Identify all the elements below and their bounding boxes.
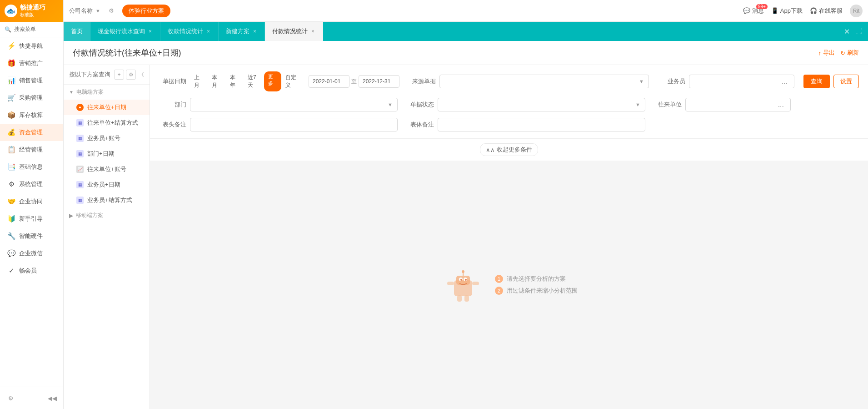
salesman-select[interactable]: ... (689, 75, 794, 88)
scheme-item-3[interactable]: ▦ 部门+日期 (64, 146, 150, 162)
export-btn[interactable]: ↑ 导出 (818, 49, 835, 57)
voucher-status-select[interactable]: ▼ (438, 98, 645, 111)
tab-payments[interactable]: 付款情况统计 × (265, 22, 323, 41)
empty-state-line-2: 2 用过滤条件来缩小分析范围 (495, 287, 578, 295)
tabbar-actions: ✕ ⛶ (838, 22, 868, 41)
department-select[interactable]: ▼ (190, 98, 398, 111)
topbar-settings-btn[interactable]: ⚙ (105, 5, 118, 17)
filter-settings-btn[interactable]: 设置 (833, 75, 859, 88)
mobile-section-title[interactable]: ▶ 移动端方案 (64, 208, 150, 223)
tab-receipts[interactable]: 收款情况统计 × (160, 22, 219, 41)
date-to-input[interactable] (359, 75, 399, 88)
tab-close-bank-flow[interactable]: × (148, 27, 153, 35)
scheme-item-icon-6: ▦ (76, 197, 84, 204)
empty-state-icon (440, 262, 486, 308)
tab-bank-flow[interactable]: 现金银行流水查询 × (90, 22, 160, 41)
date-tab-this-month[interactable]: 本月 (208, 71, 225, 91)
sidebar-item-enterprise[interactable]: 🤝 企业协同 (0, 193, 63, 210)
app-download-btn[interactable]: 📱 App下载 (771, 7, 803, 15)
sidebar-item-purchase[interactable]: 🛒 采购管理 (0, 89, 63, 106)
head-note-label: 表头备注 (159, 121, 186, 129)
date-tab-custom[interactable]: 自定义 (281, 71, 304, 91)
scheme-collapse-btn[interactable]: 《 (139, 71, 144, 79)
search-menu[interactable]: 🔍 搜索菜单 (0, 22, 63, 37)
salesman-ellipsis-btn[interactable]: ... (780, 77, 789, 86)
sidebar-item-inventory[interactable]: 📦 库存核算 (0, 106, 63, 124)
date-from-input[interactable] (309, 75, 349, 88)
collapse-conditions-btn[interactable]: ∧∧ 收起更多条件 (480, 143, 538, 156)
logo-icon: 🐟 (5, 5, 17, 17)
sidebar-item-marketing[interactable]: 🎁 营销推广 (0, 55, 63, 72)
online-service-btn[interactable]: 🎧 在线客服 (810, 7, 843, 15)
sidebar-item-quick-nav[interactable]: ⚡ 快捷导航 (0, 37, 63, 55)
collapse-sidebar-btn[interactable]: ◀◀ (46, 392, 59, 404)
tabbar: 首页 现金银行流水查询 × 收款情况统计 × 新建方案 × 付款情况统计 × ✕… (64, 22, 868, 41)
date-tab-this-year[interactable]: 本年 (226, 71, 244, 91)
filter-area: 单据日期 上月 本月 本年 近7天 更多 自定义 (150, 65, 868, 409)
inventory-icon: 📦 (7, 111, 15, 119)
add-scheme-btn[interactable]: + (114, 70, 124, 80)
scheme-item-1[interactable]: ▦ 往来单位+结算方式 (64, 115, 150, 131)
filter-row-3: 表头备注 表体备注 (159, 118, 859, 131)
topbar-right: 💬 消息 99+ 📱 App下载 🎧 在线客服 Rit (743, 5, 863, 17)
sidebar-item-capital[interactable]: 💰 资金管理 (0, 124, 63, 141)
scheme-item-icon-2: ▦ (76, 135, 84, 142)
query-btn[interactable]: 查询 (803, 75, 830, 88)
date-field: 单据日期 上月 本月 本年 近7天 更多 自定义 (159, 71, 399, 91)
head-note-input[interactable] (190, 118, 398, 131)
company-selector[interactable]: 公司名称 ▼ (69, 7, 100, 15)
tab-home[interactable]: 首页 (64, 22, 90, 41)
sidebar-item-sales[interactable]: 📊 销售管理 (0, 72, 63, 89)
sidebar-item-vip[interactable]: ✓ 畅会员 (0, 262, 63, 279)
svg-point-5 (465, 279, 467, 281)
sidebar-item-guide[interactable]: 🔰 新手引导 (0, 210, 63, 227)
svg-rect-1 (456, 276, 470, 285)
scheme-desktop-section: ▼ 电脑端方案 ● 往来单位+日期 ▦ 往来单位+结算方式 ▦ 业务员+账号 (64, 85, 150, 208)
date-tabs: 上月 本月 本年 近7天 更多 自定义 (190, 71, 304, 91)
close-window-btn[interactable]: ✕ (843, 26, 851, 37)
sidebar-item-system[interactable]: ⚙ 系统管理 (0, 176, 63, 193)
settings-gear-btn[interactable]: ⚙ (5, 392, 17, 404)
tab-close-new-scheme[interactable]: × (252, 27, 257, 35)
sidebar: 🐟 畅捷通巧 标准版 🔍 搜索菜单 ⚡ 快捷导航 🎁 营销推广 📊 销售管理 🛒… (0, 0, 64, 409)
vip-icon: ✓ (7, 267, 15, 275)
sidebar-item-wechat[interactable]: 💬 企业微信 (0, 245, 63, 262)
scheme-item-icon-1: ▦ (76, 119, 84, 126)
sidebar-item-hardware[interactable]: 🔧 智能硬件 (0, 227, 63, 245)
tab-close-payments[interactable]: × (310, 27, 315, 35)
scheme-item-2[interactable]: ▦ 业务员+账号 (64, 131, 150, 146)
sidebar-item-basic-info[interactable]: 📑 基础信息 (0, 158, 63, 176)
svg-rect-8 (447, 282, 454, 285)
salesman-field: 业务员 ... (658, 75, 794, 88)
scheme-item-4[interactable]: 📈 往来单位+账号 (64, 162, 150, 177)
source-voucher-select[interactable]: ▼ (439, 75, 649, 88)
mobile-arrow-icon: ▶ (69, 212, 73, 219)
scheme-item-6[interactable]: ▦ 业务员+结算方式 (64, 192, 150, 208)
date-tab-7days[interactable]: 近7天 (244, 71, 264, 91)
tab-new-scheme[interactable]: 新建方案 × (219, 22, 265, 41)
date-range-control: 上月 本月 本年 近7天 更多 自定义 至 (190, 71, 399, 91)
user-avatar[interactable]: Rit (850, 5, 863, 17)
date-tab-more[interactable]: 更多 (264, 71, 281, 91)
scheme-item-0[interactable]: ● 往来单位+日期 (64, 100, 150, 115)
sidebar-nav: ⚡ 快捷导航 🎁 营销推广 📊 销售管理 🛒 采购管理 📦 库存核算 💰 资金管… (0, 37, 63, 387)
scheme-header-actions: + ⚙ (114, 70, 136, 80)
scheme-settings-btn[interactable]: ⚙ (126, 70, 136, 80)
scheme-item-5[interactable]: ▦ 业务员+日期 (64, 177, 150, 192)
trial-industry-btn[interactable]: 体验行业方案 (122, 5, 170, 17)
scheme-item-icon-4: 📈 (76, 166, 84, 173)
sidebar-item-operations[interactable]: 📋 经营管理 (0, 141, 63, 158)
service-icon: 🎧 (810, 7, 817, 14)
date-label: 单据日期 (159, 77, 186, 86)
partner-select[interactable]: ... (685, 98, 791, 111)
desktop-section-title[interactable]: ▼ 电脑端方案 (64, 85, 150, 100)
refresh-btn[interactable]: ↻ 刷新 (840, 49, 859, 57)
partner-field: 往来单位 ... (654, 98, 791, 111)
message-btn[interactable]: 💬 消息 99+ (743, 7, 764, 15)
body-note-input[interactable] (438, 118, 645, 131)
empty-state: 1 请先选择要分析的方案 2 用过滤条件来缩小分析范围 (150, 161, 868, 409)
maximize-btn[interactable]: ⛶ (854, 26, 863, 36)
date-tab-last-month[interactable]: 上月 (190, 71, 208, 91)
partner-ellipsis-btn[interactable]: ... (776, 101, 786, 109)
tab-close-receipts[interactable]: × (206, 27, 211, 35)
